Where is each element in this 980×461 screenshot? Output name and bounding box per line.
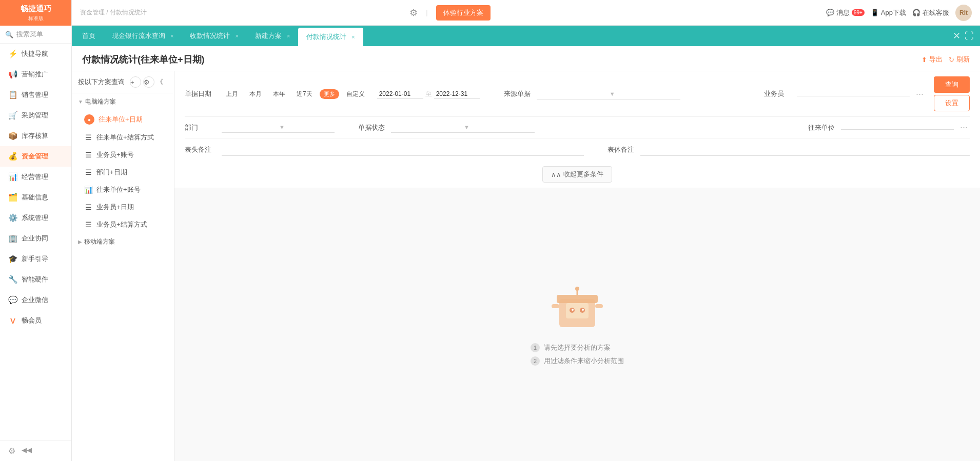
sidebar-item-label: 营销推广: [22, 70, 48, 79]
sidebar-item-newbie[interactable]: 🎓 新手引导: [0, 249, 71, 269]
sidebar-item-marketing[interactable]: 📢 营销推广: [0, 64, 71, 85]
desktop-schemes-section[interactable]: ▼ 电脑端方案: [72, 93, 174, 110]
tab-close-all-icon[interactable]: ✕: [953, 30, 961, 42]
tab-collection[interactable]: 收款情况统计 ×: [182, 26, 246, 46]
tab-payment-stat-close[interactable]: ×: [351, 34, 355, 40]
tab-bank-flow[interactable]: 现金银行流水查询 ×: [104, 26, 182, 46]
empty-illustration: [546, 284, 608, 335]
svg-point-5: [572, 309, 574, 311]
dept-arrow: ▼: [279, 124, 330, 130]
date-opt-custom[interactable]: 自定义: [342, 88, 369, 100]
scheme-icon: ☰: [84, 203, 92, 211]
date-opt-more[interactable]: 更多: [320, 89, 339, 99]
active-scheme-dot: ●: [84, 114, 94, 125]
tab-payment-stat[interactable]: 付款情况统计 ×: [298, 28, 363, 46]
scheme-item-label: 部门+日期: [96, 168, 127, 177]
newbie-icon: 🎓: [8, 254, 17, 264]
scheme-item-contact-account[interactable]: 📊 往来单位+账号: [72, 181, 174, 198]
body-note-input[interactable]: [640, 146, 774, 153]
tab-new-scheme-close[interactable]: ×: [287, 33, 290, 39]
page-header: 付款情况统计(往来单位+日期) ⬆ 导出 ↻ 刷新: [72, 46, 980, 71]
tab-fullscreen-icon[interactable]: ⛶: [965, 31, 974, 42]
sidebar-footer: ⚙ ◀◀: [0, 440, 71, 461]
contact-dots[interactable]: ···: [958, 122, 970, 133]
date-opt-7days[interactable]: 近7天: [292, 88, 317, 100]
staff-select[interactable]: [797, 92, 910, 96]
scheme-item-dept-date[interactable]: ☰ 部门+日期: [72, 164, 174, 181]
sidebar-item-purchase[interactable]: 🛒 采购管理: [0, 105, 71, 126]
sidebar-item-enterprise[interactable]: 🏢 企业协同: [0, 228, 71, 249]
contact-select[interactable]: [841, 125, 954, 130]
hint-num-1: 1: [531, 343, 540, 352]
doc-status-select[interactable]: ▼: [391, 122, 535, 133]
scheme-item-staff-date[interactable]: ☰ 业务员+日期: [72, 198, 174, 216]
sidebar-item-inventory[interactable]: 📦 库存核算: [0, 126, 71, 146]
scheme-item-label: 业务员+结算方式: [96, 220, 147, 229]
sidebar-item-sales[interactable]: 📋 销售管理: [0, 85, 71, 105]
sidebar-item-system[interactable]: ⚙️ 系统管理: [0, 208, 71, 228]
sidebar-item-vip[interactable]: V 畅会员: [0, 310, 71, 331]
tab-home[interactable]: 首页: [74, 26, 104, 46]
date-opt-this-year[interactable]: 本年: [269, 88, 289, 100]
refresh-button[interactable]: ↻ 刷新: [949, 55, 970, 64]
tab-new-scheme[interactable]: 新建方案 ×: [247, 26, 298, 46]
sidebar-item-wechat[interactable]: 💬 企业微信: [0, 290, 71, 310]
svg-rect-1: [557, 295, 598, 303]
tab-home-label: 首页: [82, 31, 95, 41]
tab-bank-flow-close[interactable]: ×: [170, 33, 173, 39]
date-opt-last-month[interactable]: 上月: [222, 88, 242, 100]
date-range-start[interactable]: [377, 89, 423, 99]
tab-collection-close[interactable]: ×: [235, 33, 238, 39]
scheme-item-staff-settle[interactable]: ☰ 业务员+结算方式: [72, 216, 174, 233]
trial-industry-button[interactable]: 体验行业方案: [436, 5, 491, 21]
marketing-icon: 📢: [8, 70, 17, 79]
date-range-end[interactable]: [434, 89, 480, 99]
settings-button[interactable]: 设置: [934, 95, 970, 111]
query-btn-group: 查询 设置: [934, 76, 970, 111]
tab-bank-flow-label: 现金银行流水查询: [112, 31, 165, 41]
mobile-schemes-section[interactable]: ▶ 移动端方案: [72, 233, 174, 250]
scheme-collapse-icon[interactable]: 《: [156, 76, 168, 88]
body-note-field: [640, 144, 970, 156]
export-icon: ⬆: [922, 56, 927, 64]
sidebar-item-capital[interactable]: 💰 资金管理: [0, 146, 71, 167]
scheme-item-contact-date[interactable]: ● 往来单位+日期: [72, 110, 174, 129]
collapse-conditions-button[interactable]: ∧∧ 收起更多条件: [542, 166, 612, 183]
date-label: 单据日期: [185, 89, 213, 98]
topbar-settings-icon[interactable]: ⚙: [409, 7, 418, 18]
online-service-action[interactable]: 🎧 在线客服: [912, 8, 949, 17]
sidebar-item-label: 资金管理: [22, 152, 48, 161]
scheme-item-contact-settle[interactable]: ☰ 往来单位+结算方式: [72, 129, 174, 146]
scheme-settings-icon[interactable]: ⚙: [143, 76, 154, 88]
svg-rect-10: [595, 304, 603, 308]
source-doc-select[interactable]: ▼: [537, 89, 680, 99]
capital-icon: 💰: [8, 152, 17, 161]
scheme-item-staff-account[interactable]: ☰ 业务员+账号: [72, 146, 174, 164]
filter-panel: 单据日期 上月 本月 本年 近7天 更多 自定义 至: [174, 71, 980, 461]
staff-dots[interactable]: ···: [914, 89, 926, 99]
sidebar-item-quick-nav[interactable]: ⚡ 快捷导航: [0, 44, 71, 64]
collapse-sidebar-icon[interactable]: ◀◀: [22, 446, 32, 456]
search-icon: 🔍: [5, 31, 13, 38]
date-opt-this-month[interactable]: 本月: [245, 88, 266, 100]
sidebar-item-label: 企业微信: [22, 295, 48, 305]
user-avatar[interactable]: Rit: [955, 5, 972, 21]
message-action[interactable]: 💬 消息 99+: [826, 8, 865, 17]
query-button[interactable]: 查询: [934, 76, 970, 93]
sidebar-item-label: 新手引导: [22, 254, 48, 264]
system-icon: ⚙️: [8, 213, 17, 223]
scheme-item-label: 业务员+账号: [96, 150, 134, 159]
sidebar-item-smart-hw[interactable]: 🔧 智能硬件: [0, 269, 71, 290]
sidebar-item-operation[interactable]: 📊 经营管理: [0, 167, 71, 187]
search-menu[interactable]: 🔍 搜索菜单: [0, 26, 71, 44]
settings-footer-icon[interactable]: ⚙: [8, 446, 15, 456]
app-download-action[interactable]: 📱 App下载: [871, 8, 906, 17]
dept-select[interactable]: ▼: [222, 122, 335, 133]
notification-badge: 99+: [852, 9, 865, 16]
scheme-add-icon[interactable]: +: [130, 76, 141, 88]
sidebar-item-basic[interactable]: 🗂️ 基础信息: [0, 187, 71, 208]
export-button[interactable]: ⬆ 导出: [922, 55, 943, 64]
header-note-input[interactable]: [222, 146, 355, 153]
tabs-controls: ✕ ⛶: [949, 26, 978, 46]
search-menu-label: 搜索菜单: [16, 30, 43, 39]
